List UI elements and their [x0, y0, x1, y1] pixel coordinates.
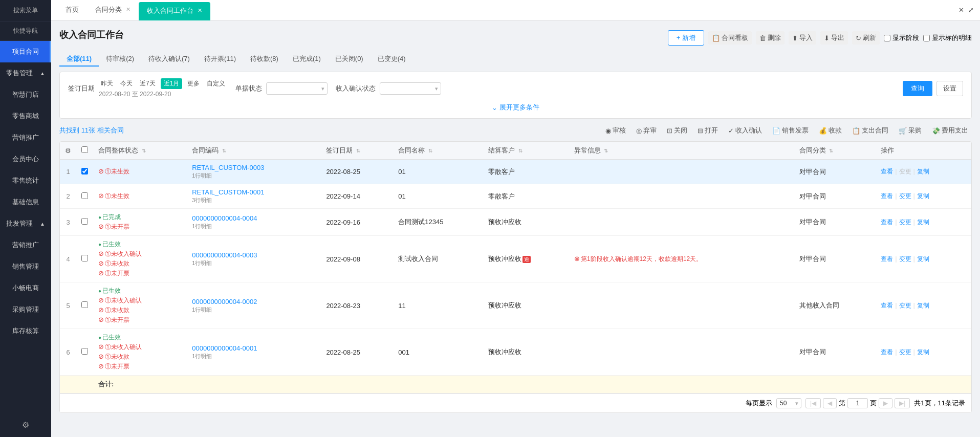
- contract-link-4[interactable]: 0000000000004-0003: [192, 251, 316, 259]
- sidebar-item-inventory[interactable]: 库存核算: [0, 320, 51, 342]
- show-detail-checkbox-label[interactable]: 显示标的明细: [923, 33, 972, 42]
- prev-page-btn[interactable]: ◀: [823, 398, 837, 408]
- date-opt-more[interactable]: 更多: [185, 78, 202, 89]
- sidebar-item-marketing[interactable]: 营销推广: [0, 127, 51, 148]
- gear-icon[interactable]: ⚙: [15, 413, 36, 437]
- setting-button[interactable]: 设置: [937, 81, 963, 96]
- sidebar-item-sales[interactable]: 销售管理: [0, 256, 51, 277]
- out-contract-btn[interactable]: 📋 支出合同: [848, 124, 892, 137]
- col-checkbox[interactable]: [76, 142, 93, 160]
- checkbox-3[interactable]: [81, 218, 88, 225]
- sidebar-item-retail-stats[interactable]: 零售统计: [0, 170, 51, 191]
- sidebar-search[interactable]: 搜索菜单: [0, 0, 51, 21]
- row-checkbox-3[interactable]: [76, 209, 93, 236]
- tab-home[interactable]: 首页: [57, 0, 87, 20]
- checkbox-5[interactable]: [81, 301, 88, 308]
- filter-tab-pending-invoice[interactable]: 待开票(11): [197, 52, 243, 67]
- add-button[interactable]: + 新增: [668, 30, 704, 46]
- row-checkbox-5[interactable]: [76, 282, 93, 329]
- next-page-btn[interactable]: ▶: [879, 398, 892, 408]
- tab-income-workbench-close[interactable]: ✕: [198, 7, 202, 14]
- filter-tab-completed[interactable]: 已完成(1): [286, 52, 328, 67]
- total-count[interactable]: 11张: [81, 126, 95, 134]
- checkbox-4[interactable]: [81, 255, 88, 261]
- action-复制-2[interactable]: 复制: [917, 192, 929, 201]
- income-confirm-status-select[interactable]: [380, 82, 441, 95]
- checkbox-1[interactable]: [81, 168, 88, 174]
- row-checkbox-2[interactable]: [76, 184, 93, 209]
- first-page-btn[interactable]: |◀: [805, 398, 821, 408]
- review-btn[interactable]: ◉ 审核: [602, 124, 629, 137]
- action-复制-1[interactable]: 复制: [917, 167, 929, 176]
- last-page-btn[interactable]: ▶|: [895, 398, 910, 408]
- select-all-checkbox[interactable]: [81, 146, 88, 153]
- show-fields-checkbox-label[interactable]: 显示阶段: [884, 33, 919, 42]
- col-code[interactable]: 合同编码 ⇅: [187, 142, 321, 160]
- col-name[interactable]: 合同名称 ⇅: [393, 142, 483, 160]
- sidebar-item-xiaochangec[interactable]: 小畅电商: [0, 277, 51, 299]
- sidebar-item-basic-info[interactable]: 基础信息: [0, 191, 51, 213]
- purchase-btn[interactable]: 🛒 采购: [895, 124, 925, 137]
- sales-invoice-btn[interactable]: 📄 销售发票: [769, 124, 812, 137]
- contract-link-2[interactable]: RETAIL_CUSTOM-0001: [192, 188, 316, 196]
- date-opt-yesterday[interactable]: 昨天: [99, 78, 115, 89]
- show-detail-checkbox[interactable]: [923, 35, 930, 41]
- sidebar-item-purchase[interactable]: 采购管理: [0, 299, 51, 320]
- expense-out-btn[interactable]: 💸 费用支出: [928, 124, 972, 137]
- col-sign-date[interactable]: 签订日期 ⇅: [321, 142, 393, 160]
- action-复制-3[interactable]: 复制: [917, 218, 929, 227]
- tab-contract-category-close[interactable]: ✕: [126, 6, 130, 13]
- date-opt-last7[interactable]: 近7天: [138, 78, 158, 89]
- date-opt-custom[interactable]: 自定义: [205, 78, 227, 89]
- contract-link-5[interactable]: 0000000000004-0002: [192, 298, 316, 305]
- sidebar-item-smart-store[interactable]: 智慧门店: [0, 84, 51, 105]
- action-复制-6[interactable]: 复制: [917, 348, 929, 357]
- action-查看-1[interactable]: 查看: [881, 167, 893, 176]
- action-变更-2[interactable]: 变更: [899, 192, 911, 201]
- col-category[interactable]: 合同分类 ⇅: [794, 142, 876, 160]
- row-checkbox-4[interactable]: [76, 236, 93, 282]
- query-button[interactable]: 查询: [903, 81, 932, 96]
- action-变更-4[interactable]: 变更: [899, 255, 911, 264]
- filter-tab-all[interactable]: 全部(11): [59, 52, 99, 67]
- page-input[interactable]: [847, 398, 868, 408]
- contract-link-1[interactable]: RETAIL_CUSTOM-0003: [192, 164, 316, 171]
- open-btn[interactable]: ⊟ 打开: [694, 124, 722, 137]
- sidebar-item-marketing2[interactable]: 营销推广: [0, 234, 51, 256]
- col-error-info[interactable]: 异常信息 ⇅: [569, 142, 794, 160]
- abandon-review-btn[interactable]: ◎ 弃审: [633, 124, 660, 137]
- action-查看-2[interactable]: 查看: [881, 192, 893, 201]
- income-confirm-btn[interactable]: ✓ 收入确认: [725, 124, 766, 137]
- sidebar-nav[interactable]: 快捷导航: [0, 21, 51, 41]
- action-查看-3[interactable]: 查看: [881, 218, 893, 227]
- close-btn[interactable]: ⊡ 关闭: [663, 124, 691, 137]
- action-查看-6[interactable]: 查看: [881, 348, 893, 357]
- action-查看-4[interactable]: 查看: [881, 255, 893, 264]
- row-checkbox-6[interactable]: [76, 329, 93, 376]
- contract-board-button[interactable]: 📋 合同看板: [708, 31, 752, 45]
- sidebar-item-retail-mall[interactable]: 零售商城: [0, 105, 51, 127]
- tab-contract-category[interactable]: 合同分类 ✕: [87, 0, 139, 20]
- row-checkbox-1[interactable]: [76, 160, 93, 184]
- action-变更-3[interactable]: 变更: [899, 218, 911, 227]
- sidebar-item-member[interactable]: 会员中心: [0, 148, 51, 170]
- sidebar-item-wholesale[interactable]: 批发管理 ▲: [0, 213, 51, 234]
- col-status[interactable]: 合同整体状态 ⇅: [93, 142, 187, 160]
- action-查看-5[interactable]: 查看: [881, 301, 893, 310]
- date-opt-last1month[interactable]: 近1月: [161, 78, 183, 89]
- export-button[interactable]: ⬇ 导出: [820, 31, 848, 45]
- action-复制-5[interactable]: 复制: [917, 301, 929, 310]
- action-变更-6[interactable]: 变更: [899, 348, 911, 357]
- filter-tab-pending-payment[interactable]: 待收款(8): [243, 52, 286, 67]
- checkbox-2[interactable]: [81, 192, 88, 199]
- expand-more-btn[interactable]: ⌄ 展开更多条件: [492, 103, 539, 112]
- filter-tab-pending-income[interactable]: 待收入确认(7): [141, 52, 197, 67]
- col-settings[interactable]: ⚙: [60, 142, 76, 160]
- checkbox-6[interactable]: [81, 348, 88, 355]
- filter-tab-closed[interactable]: 已关闭(0): [328, 52, 371, 67]
- action-变更-5[interactable]: 变更: [899, 301, 911, 310]
- per-page-select[interactable]: 10 20 50 100: [776, 398, 801, 408]
- doc-status-select[interactable]: [266, 82, 328, 95]
- contract-link-3[interactable]: 0000000000004-0004: [192, 214, 316, 222]
- collect-btn[interactable]: 💰 收款: [815, 124, 845, 137]
